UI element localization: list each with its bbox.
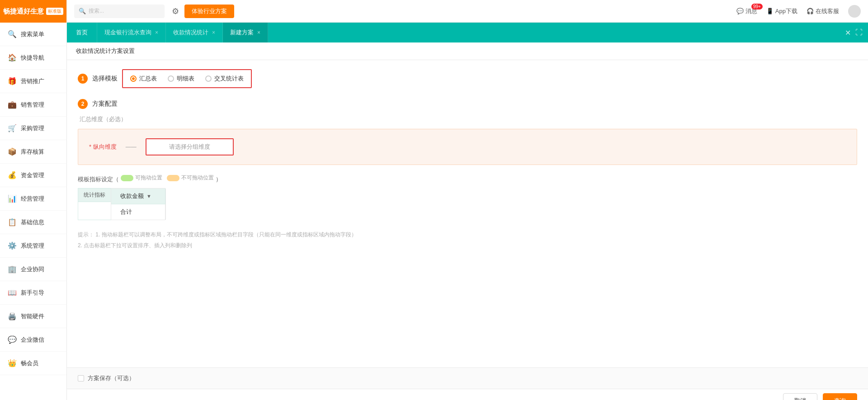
sidebar: 畅捷通好生意 标准版 🔍 搜索菜单 🏠 快捷导航 🎁 营销推广 💼 销售管理 🛒…: [0, 0, 67, 400]
sidebar-item-wechat[interactable]: 💬 企业微信: [0, 328, 66, 352]
movable-label: 可拖动位置: [135, 174, 162, 182]
dimension-label: 汇总维度（必选）: [78, 115, 857, 123]
step1-num: 1: [78, 74, 88, 84]
save-checkbox[interactable]: [78, 375, 84, 381]
hints-area: 提示： 1. 拖动标题栏可以调整布局，不可跨维度或指标区域拖动栏目字段（只能在同…: [78, 229, 857, 251]
download-label: App下载: [775, 7, 797, 15]
radio-circle-summary: [130, 75, 137, 82]
notification-item[interactable]: 💬 消息 99+: [736, 7, 757, 15]
sidebar-item-member[interactable]: 👑 畅会员: [0, 352, 66, 375]
search-icon-topbar: 🔍: [79, 8, 86, 14]
sidebar-item-inventory[interactable]: 📦 库存核算: [0, 140, 66, 164]
step2-num: 2: [78, 99, 88, 109]
sidebar-logo: 畅捷通好生意 标准版: [0, 0, 66, 23]
query-button[interactable]: 查询: [823, 393, 857, 400]
service-icon: 🎧: [807, 8, 814, 14]
sidebar-item-marketing[interactable]: 🎁 营销推广: [0, 70, 66, 93]
radio-cross-label: 交叉统计表: [214, 75, 244, 83]
member-icon: 👑: [7, 358, 17, 368]
inventory-icon: 📦: [7, 147, 17, 157]
tab-new-plan-close[interactable]: ×: [257, 29, 260, 36]
dim-select-button[interactable]: 请选择分组维度: [146, 138, 234, 155]
sidebar-item-base[interactable]: 📋 基础信息: [0, 211, 66, 234]
collab-icon: 🏢: [7, 264, 17, 274]
settings-icon[interactable]: ⚙: [172, 6, 179, 16]
radio-summary[interactable]: 汇总表: [130, 75, 157, 83]
page-header: 收款情况统计方案设置: [67, 42, 868, 60]
sidebar-item-system[interactable]: ⚙️ 系统管理: [0, 234, 66, 258]
home-icon: 🏠: [7, 53, 17, 63]
indicators-section: 模板指标设定（ 可拖动位置 不可拖动位置 ）: [78, 174, 857, 220]
radio-detail[interactable]: 明细表: [168, 75, 194, 83]
sidebar-item-quick-nav[interactable]: 🏠 快捷导航: [0, 46, 66, 70]
tab-stats[interactable]: 收款情况统计 ×: [166, 23, 223, 42]
data-cell-total: 合计: [120, 208, 132, 215]
sidebar-label-wechat: 企业微信: [21, 336, 44, 344]
header-cell-label: 收款金额: [120, 192, 144, 200]
tab-new-plan[interactable]: 新建方案 ×: [223, 23, 268, 42]
user-avatar[interactable]: [848, 5, 861, 18]
breadcrumb: 收款情况统计方案设置: [76, 47, 135, 54]
sidebar-item-hardware[interactable]: 🖨️ 智能硬件: [0, 305, 66, 328]
template-options: 汇总表 明细表 交叉统计表: [122, 69, 252, 88]
finance-icon: 💰: [7, 170, 17, 180]
table-header-row: 收款金额 ▼: [111, 188, 165, 204]
radio-summary-label: 汇总表: [139, 75, 157, 83]
logo-text: 畅捷通好生意: [3, 7, 44, 16]
table-preview-container: 统计指标 收款金额 ▼: [78, 188, 857, 220]
tabbar: 首页 现金银行流水查询 × 收款情况统计 × 新建方案 × ✕ ⛶: [67, 23, 868, 42]
sidebar-item-finance[interactable]: 💰 资金管理: [0, 164, 66, 187]
header-caret: ▼: [146, 193, 151, 199]
search-placeholder: 搜索...: [89, 7, 104, 15]
movable-indicator: [121, 175, 133, 181]
service-label: 在线客服: [816, 7, 839, 15]
sidebar-item-collab[interactable]: 🏢 企业协同: [0, 258, 66, 281]
tab-bank[interactable]: 现金银行流水查询 ×: [97, 23, 166, 42]
indicators-header: 模板指标设定（ 可拖动位置 不可拖动位置 ）: [78, 174, 857, 184]
service-item[interactable]: 🎧 在线客服: [807, 7, 839, 15]
expand-icon[interactable]: ⛶: [855, 28, 863, 37]
search-box[interactable]: 🔍 搜索...: [74, 5, 165, 18]
close-window-icon[interactable]: ✕: [845, 28, 851, 37]
sidebar-item-purchase[interactable]: 🛒 采购管理: [0, 117, 66, 140]
tab-home-label: 首页: [76, 28, 88, 37]
sidebar-item-guide[interactable]: 📖 新手引导: [0, 281, 66, 305]
movable-badge: 可拖动位置: [121, 174, 162, 182]
sidebar-label-inventory: 库存核算: [21, 148, 44, 156]
tab-home[interactable]: 首页: [67, 23, 97, 42]
system-icon: ⚙️: [7, 241, 17, 251]
sidebar-label-guide: 新手引导: [21, 289, 44, 297]
save-option-bar: 方案保存（可选）: [67, 367, 868, 389]
search-icon: 🔍: [7, 29, 17, 39]
tab-bank-close[interactable]: ×: [155, 29, 158, 36]
industry-button[interactable]: 体验行业方案: [184, 5, 234, 18]
step2-header: 2 方案配置: [78, 99, 857, 109]
form-area: 1 选择模板 汇总表 明细表 交叉统计表: [67, 60, 868, 367]
notification-badge: 99+: [751, 4, 763, 9]
main-area: 🔍 搜索... ⚙ 体验行业方案 💬 消息 99+ 📱 App下载 🎧 在线客服: [67, 0, 868, 400]
stats-table: 收款金额 ▼ 合计: [111, 188, 166, 220]
sidebar-label-quick-nav: 快捷导航: [21, 54, 44, 62]
dim-row: * 纵向维度 —— 请选择分组维度: [89, 138, 846, 155]
sidebar-item-search[interactable]: 🔍 搜索菜单: [0, 23, 66, 46]
table-data-row: 合计: [111, 204, 165, 220]
sidebar-label-purchase: 采购管理: [21, 124, 44, 132]
group-label: 统计指标: [84, 192, 105, 198]
sidebar-item-operations[interactable]: 📊 经营管理: [0, 187, 66, 211]
dimension-area: * 纵向维度 —— 请选择分组维度: [78, 129, 857, 165]
cancel-button[interactable]: 取消: [783, 393, 817, 400]
sidebar-item-sales[interactable]: 💼 销售管理: [0, 93, 66, 117]
download-icon: 📱: [766, 8, 774, 14]
radio-cross[interactable]: 交叉统计表: [205, 75, 244, 83]
sidebar-label-search: 搜索菜单: [21, 30, 44, 38]
step1-title: 选择模板: [92, 75, 118, 83]
table-header-cell-amount[interactable]: 收款金额 ▼: [111, 188, 165, 204]
wechat-icon: 💬: [7, 335, 17, 345]
step1-section: 1 选择模板 汇总表 明细表 交叉统计表: [78, 69, 857, 88]
base-icon: 📋: [7, 217, 17, 227]
sidebar-label-base: 基础信息: [21, 218, 44, 226]
hint-1: 提示： 1. 拖动标题栏可以调整布局，不可跨维度或指标区域拖动栏目字段（只能在同…: [78, 229, 857, 240]
tab-stats-close[interactable]: ×: [212, 29, 215, 36]
dim-arrow: ——: [126, 144, 137, 150]
download-item[interactable]: 📱 App下载: [766, 7, 797, 15]
